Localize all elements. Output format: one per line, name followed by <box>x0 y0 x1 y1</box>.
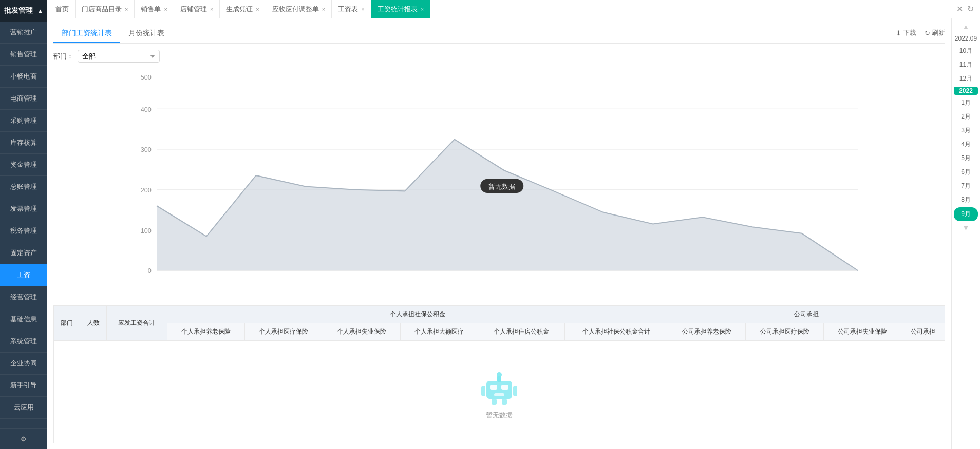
sidebar-title: 批发管理 <box>4 6 33 15</box>
close-all-icon[interactable]: ✕ <box>956 4 963 14</box>
svg-rect-22 <box>492 399 497 405</box>
th-company-medical: 公司承担医疗保险 <box>746 323 823 341</box>
svg-marker-11 <box>157 140 858 271</box>
sidebar-item-operations[interactable]: 经营管理 <box>0 286 47 308</box>
refresh-icon[interactable]: ↻ <box>967 4 974 14</box>
sidebar-item-enterprise[interactable]: 企业协同 <box>0 353 47 375</box>
sub-tab-dept-stats[interactable]: 部门工资统计表 <box>53 25 120 43</box>
tab-payroll-table[interactable]: 工资表 × <box>332 0 371 18</box>
sidebar-item-marketing[interactable]: 营销推广 <box>0 22 47 44</box>
timeline-month-aug[interactable]: 8月 <box>952 193 980 207</box>
refresh-icon-btn: ↻ <box>925 29 930 37</box>
filter-toolbar: 部门： 全部 <box>53 50 945 63</box>
sidebar-item-invoice[interactable]: 发票管理 <box>0 198 47 220</box>
svg-rect-23 <box>502 399 507 405</box>
data-table-area: 部门 人数 应发工资合计 个人承担社保公积金 公司承担 个人承担养老保险 个人承… <box>53 305 945 443</box>
timeline-month-jun[interactable]: 6月 <box>952 165 980 179</box>
tab-receivable[interactable]: 应收应付调整单 × <box>266 0 332 18</box>
sidebar-item-guide[interactable]: 新手引导 <box>0 375 47 397</box>
sidebar-item-ecommerce-small[interactable]: 小畅电商 <box>0 66 47 88</box>
th-company-social: 公司承担 <box>668 306 945 323</box>
no-data-row: 暂无数据 <box>54 341 945 443</box>
sidebar-item-cloud[interactable]: 云应用 <box>0 397 47 419</box>
tab-bar: 首页 门店商品目录 × 销售单 × 店铺管理 × 生成凭证 × 应收应付调整单 … <box>47 0 980 18</box>
filter-left: 部门： 全部 <box>53 50 160 63</box>
svg-rect-15 <box>490 385 497 390</box>
content-area: 部门工资统计表 月份统计表 ⬇ 下载 ↻ 刷新 部门： <box>47 18 980 449</box>
timeline-month-jul[interactable]: 7月 <box>952 179 980 193</box>
timeline-year-2022[interactable]: 2022.09 <box>952 33 980 44</box>
timeline-month-feb[interactable]: 2月 <box>952 110 980 124</box>
tab-voucher[interactable]: 生成凭证 × <box>220 0 266 18</box>
refresh-button[interactable]: ↻ 刷新 <box>925 28 945 37</box>
page-content: 部门工资统计表 月份统计表 ⬇ 下载 ↻ 刷新 部门： <box>47 18 951 449</box>
th-personal-housing: 个人承担住房公积金 <box>478 323 564 341</box>
sidebar-settings[interactable]: ⚙ <box>0 428 47 449</box>
svg-rect-17 <box>494 393 504 396</box>
th-company-pension: 公司承担养老保险 <box>668 323 745 341</box>
th-people: 人数 <box>80 306 106 341</box>
no-data-area: 暂无数据 <box>57 345 941 440</box>
sidebar-item-inventory[interactable]: 库存核算 <box>0 132 47 154</box>
timeline-month-sep[interactable]: 9月 <box>954 207 978 221</box>
timeline-up-arrow[interactable]: ▲ <box>963 21 970 33</box>
svg-text:400: 400 <box>141 106 152 113</box>
th-personal-total: 个人承担社保公积金合计 <box>564 323 668 341</box>
timeline-month-jan[interactable]: 1月 <box>952 96 980 110</box>
sidebar-item-purchase[interactable]: 采购管理 <box>0 110 47 132</box>
timeline-month-dec[interactable]: 12月 <box>952 72 980 86</box>
svg-text:300: 300 <box>141 146 152 153</box>
download-button[interactable]: ⬇ 下载 <box>896 28 916 37</box>
svg-text:0: 0 <box>148 268 152 275</box>
svg-rect-21 <box>513 386 517 396</box>
th-dept: 部门 <box>54 306 80 341</box>
data-table: 部门 人数 应发工资合计 个人承担社保公积金 公司承担 个人承担养老保险 个人承… <box>53 305 945 443</box>
svg-rect-16 <box>501 385 508 390</box>
main-area: 首页 门店商品目录 × 销售单 × 店铺管理 × 生成凭证 × 应收应付调整单 … <box>47 0 980 449</box>
svg-text:200: 200 <box>141 187 152 194</box>
timeline-month-mar[interactable]: 3月 <box>952 124 980 138</box>
sidebar-item-ecommerce[interactable]: 电商管理 <box>0 88 47 110</box>
th-personal-large-medical: 个人承担大额医疗 <box>401 323 478 341</box>
sidebar-header[interactable]: 批发管理 ▲ <box>0 0 47 22</box>
sub-tab-month-stats[interactable]: 月份统计表 <box>120 25 173 43</box>
timeline-month-apr[interactable]: 4月 <box>952 138 980 151</box>
sidebar-item-ledger[interactable]: 总账管理 <box>0 176 47 198</box>
sidebar-item-payroll[interactable]: 工资 <box>0 264 47 286</box>
timeline-month-may[interactable]: 5月 <box>952 151 980 165</box>
sidebar-item-tax[interactable]: 税务管理 <box>0 220 47 242</box>
tab-close-product-catalog[interactable]: × <box>125 6 128 12</box>
tab-close-voucher[interactable]: × <box>256 6 259 12</box>
sidebar-item-sales[interactable]: 销售管理 <box>0 44 47 66</box>
th-personal-medical: 个人承担医疗保险 <box>245 323 323 341</box>
tab-close-payroll-table[interactable]: × <box>361 6 364 12</box>
chart-container: 0 100 200 300 400 500 <box>53 69 945 305</box>
tab-store-mgmt[interactable]: 店铺管理 × <box>174 0 220 18</box>
sidebar-item-system[interactable]: 系统管理 <box>0 330 47 353</box>
tab-close-receivable[interactable]: × <box>322 6 325 12</box>
th-total-wage: 应发工资合计 <box>106 306 167 341</box>
timeline-panel: ▲ 2022.09 10月 11月 12月 2022 1月 2月 3月 4月 5… <box>951 18 980 449</box>
tab-close-payroll-report[interactable]: × <box>421 6 424 12</box>
timeline-month-nov[interactable]: 11月 <box>952 58 980 72</box>
tab-payroll-report[interactable]: 工资统计报表 × <box>371 0 430 18</box>
dept-select[interactable]: 全部 <box>78 50 160 63</box>
svg-text:暂无数据: 暂无数据 <box>488 183 515 190</box>
svg-rect-20 <box>481 386 485 396</box>
sub-tabs: 部门工资统计表 月份统计表 ⬇ 下载 ↻ 刷新 <box>53 25 945 44</box>
download-icon: ⬇ <box>896 29 901 37</box>
tab-close-store-mgmt[interactable]: × <box>210 6 213 12</box>
sidebar-collapse-icon[interactable]: ▲ <box>37 8 43 14</box>
sidebar-item-assets[interactable]: 固定资产 <box>0 242 47 264</box>
timeline-year-badge[interactable]: 2022 <box>954 87 978 95</box>
tab-close-sales-order[interactable]: × <box>164 6 167 12</box>
sidebar-item-finance[interactable]: 资金管理 <box>0 154 47 176</box>
th-company-other: 公司承担 <box>901 323 945 341</box>
tab-home[interactable]: 首页 <box>49 0 76 18</box>
tab-sales-order[interactable]: 销售单 × <box>135 0 174 18</box>
sidebar-item-basic[interactable]: 基础信息 <box>0 308 47 330</box>
timeline-month-oct[interactable]: 10月 <box>952 44 980 58</box>
tab-product-catalog[interactable]: 门店商品目录 × <box>76 0 135 18</box>
tab-bar-end: ✕ ↻ <box>952 4 978 14</box>
timeline-down-arrow[interactable]: ▼ <box>963 222 970 234</box>
